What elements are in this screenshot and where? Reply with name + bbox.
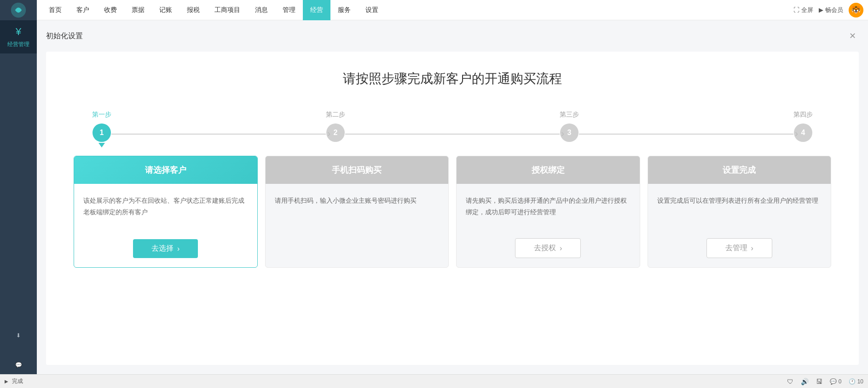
play-icon: ▶	[5, 379, 8, 384]
go-authorize-label: 去授权	[534, 243, 556, 253]
card-1-header: 请选择客户	[74, 156, 257, 184]
go-authorize-icon: ›	[560, 244, 562, 253]
nav-service[interactable]: 服务	[330, 0, 358, 20]
card-3-body: 请先购买，购买后选择开通的产品中的企业用户进行授权绑定，成功后即可进行经营管理	[457, 184, 640, 229]
step-1-node: 第一步 1	[92, 111, 111, 142]
go-select-button[interactable]: 去选择 ›	[133, 239, 198, 258]
step-1-arrow	[98, 143, 105, 147]
support-icon: 💬	[15, 362, 22, 368]
nav-settings[interactable]: 设置	[358, 0, 386, 20]
card-4-header: 设置完成	[648, 156, 831, 184]
step-1-circle: 1	[93, 123, 111, 142]
go-manage-button[interactable]: 去管理 ›	[706, 238, 772, 258]
nav-customer[interactable]: 客户	[69, 0, 97, 20]
card-3-header: 授权绑定	[457, 156, 640, 184]
nav-tax[interactable]: 报税	[179, 0, 207, 20]
card-2-footer	[266, 249, 449, 267]
download-icon: ⬇	[16, 332, 21, 339]
wizard-container: 请按照步骤完成新客户的开通购买流程 第一步 1 › 第二步 2	[46, 52, 859, 365]
step-card-4: 设置完成 设置完成后可以在管理列表进行所有企业用户的经营管理 去管理 ›	[648, 156, 832, 268]
main-content: 初始化设置 ✕ 请按照步骤完成新客户的开通购买流程 第一步 1 › 第二步	[37, 20, 868, 374]
go-manage-label: 去管理	[725, 243, 747, 253]
step-card-2: 手机扫码购买 请用手机扫码，输入小微企业主账号密码进行购买	[265, 156, 449, 268]
nav-business[interactable]: 工商项目	[207, 0, 248, 20]
shield-icon[interactable]: 🛡	[787, 378, 793, 385]
card-2-header: 手机扫码购买	[266, 156, 449, 184]
fullscreen-icon: ⛶	[793, 6, 799, 13]
card-2-body: 请用手机扫码，输入小微企业主账号密码进行购买	[266, 184, 449, 249]
steps-track: 第一步 1 › 第二步 2 ›	[74, 111, 831, 142]
sidebar-item-management[interactable]: ¥ 经营管理	[0, 20, 37, 53]
volume-icon[interactable]: 🔊	[801, 378, 809, 385]
go-select-icon: ›	[177, 245, 179, 253]
nav-invoice[interactable]: 票据	[124, 0, 152, 20]
taskbar-status: 完成	[12, 377, 23, 385]
avatar[interactable]: 🐯	[849, 3, 863, 18]
clock-icon: 🕐 10	[849, 378, 863, 385]
step-4-label: 第四步	[793, 111, 813, 119]
nav-fee[interactable]: 收费	[97, 0, 124, 20]
go-manage-icon: ›	[751, 244, 753, 253]
card-1-body: 该处展示的客户为不在回收站、客户状态正常建账后完成老板端绑定的所有客户	[74, 184, 257, 230]
sidebar-item-label: 经营管理	[7, 41, 29, 48]
nav-bookkeeping[interactable]: 记账	[152, 0, 179, 20]
connector-2-3: ›	[345, 134, 560, 135]
card-4-footer: 去管理 ›	[648, 229, 831, 267]
nav-message[interactable]: 消息	[248, 0, 275, 20]
go-authorize-button[interactable]: 去授权 ›	[515, 238, 581, 258]
taskbar-right: 🛡 🔊 🖫 💬 0 🕐 10	[787, 378, 863, 385]
play-icon: ▶	[819, 6, 823, 13]
step-card-3: 授权绑定 请先购买，购买后选择开通的产品中的企业用户进行授权绑定，成功后即可进行…	[456, 156, 640, 268]
yen-icon: ¥	[16, 26, 21, 38]
step-1-label: 第一步	[92, 111, 111, 119]
nav-operation[interactable]: 经营	[303, 0, 330, 20]
sidebar: ¥ 经营管理 ⬇ 💬	[0, 0, 37, 388]
nav-right: ⛶ 全屏 ▶ 畅会员 🐯	[793, 3, 863, 18]
avatar-icon: 🐯	[851, 6, 861, 14]
page-title: 初始化设置	[46, 31, 83, 41]
nav-manage[interactable]: 管理	[275, 0, 303, 20]
sidebar-download[interactable]: ⬇	[0, 322, 37, 349]
step-2-label: 第二步	[326, 111, 345, 119]
cards-row: 请选择客户 该处展示的客户为不在回收站、客户状态正常建账后完成老板端绑定的所有客…	[74, 156, 831, 268]
top-nav: 首页 客户 收费 票据 记账 报税 工商项目 消息 管理 经营 服务 设置 ⛶ …	[37, 0, 868, 20]
connector-3-4: ›	[579, 134, 793, 135]
card-3-footer: 去授权 ›	[457, 229, 640, 267]
taskbar: ▶ 完成 🛡 🔊 🖫 💬 0 🕐 10	[0, 374, 868, 388]
step-3-label: 第三步	[560, 111, 579, 119]
card-4-body: 设置完成后可以在管理列表进行所有企业用户的经营管理	[648, 184, 831, 229]
save-icon[interactable]: 🖫	[816, 378, 822, 385]
comment-icon[interactable]: 💬 0	[830, 378, 841, 385]
taskbar-left: ▶ 完成	[5, 377, 23, 385]
card-1-footer: 去选择 ›	[74, 230, 257, 267]
nav-home[interactable]: 首页	[41, 0, 69, 20]
member-btn[interactable]: ▶ 畅会员	[819, 6, 843, 14]
connector-1-2: ›	[111, 134, 326, 135]
close-button[interactable]: ✕	[846, 29, 859, 42]
wizard-title: 请按照步骤完成新客户的开通购买流程	[74, 70, 831, 88]
step-card-1: 请选择客户 该处展示的客户为不在回收站、客户状态正常建账后完成老板端绑定的所有客…	[74, 156, 258, 268]
fullscreen-btn[interactable]: ⛶ 全屏	[793, 6, 813, 14]
sidebar-logo	[0, 0, 37, 20]
page-header: 初始化设置 ✕	[46, 29, 859, 42]
go-select-label: 去选择	[151, 244, 174, 253]
